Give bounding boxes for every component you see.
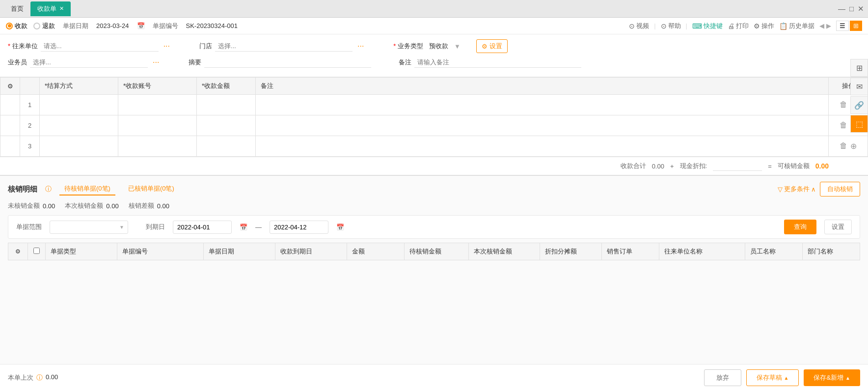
date-separator: — [255, 223, 262, 231]
filter-settings-button[interactable]: 设置 [824, 220, 852, 234]
sidebar-camera-icon[interactable]: ⬚ [850, 115, 868, 133]
bottom-table-header-row: ⚙ 单据类型 单据编号 单据日期 收款到期日 [8, 243, 860, 260]
close-btn[interactable]: ✕ [858, 4, 864, 13]
more-conditions-btn[interactable]: ▽ 更多条件 ∧ [778, 185, 816, 194]
date-from-icon[interactable]: 📅 [240, 223, 247, 231]
row2-delete-icon[interactable]: 🗑 [840, 121, 847, 130]
tab-home[interactable]: 首页 [4, 1, 30, 16]
business-type-chevron[interactable]: ▼ [454, 43, 461, 50]
stat-unverified: 未核销金额 0.00 [8, 201, 55, 210]
detail-view-btn[interactable]: ⊞ [850, 21, 862, 31]
stat-unverified-label: 未核销金额 [8, 201, 40, 210]
operation-btn[interactable]: ⚙ 操作 [754, 22, 774, 30]
minimize-btn[interactable]: — [838, 4, 845, 13]
receipt-radio-dot [6, 23, 13, 29]
history-btn[interactable]: 📋 历史单据 [779, 22, 814, 30]
save-new-button[interactable]: 保存&新增 ▲ [804, 369, 860, 386]
row3-account[interactable] [118, 136, 197, 157]
store-more-btn[interactable]: ··· [355, 42, 366, 51]
save-chevron-icon: ▲ [845, 375, 850, 381]
stat-this-verify-label: 本次核销金额 [65, 201, 103, 210]
row1-delete-icon[interactable]: 🗑 [840, 100, 847, 110]
row3-delete-icon[interactable]: 🗑 [840, 141, 847, 151]
bt-header-this-verify: 本次核销金额 [469, 243, 540, 260]
shortcut-label: 快捷键 [704, 22, 723, 30]
date-from-input[interactable] [173, 221, 232, 234]
video-btn[interactable]: ⊙ 视频 [629, 22, 649, 30]
tab-receipt[interactable]: 收款单 ✕ [30, 1, 71, 16]
date-to-icon[interactable]: 📅 [336, 223, 344, 231]
counterpart-field: 往来单位 ··· [8, 41, 172, 52]
bt-header-checkbox[interactable] [33, 248, 40, 254]
row2-amount[interactable] [197, 115, 256, 136]
help-btn[interactable]: ⊙ 帮助 [661, 22, 681, 30]
verify-tab-done[interactable]: 已核销单据(0笔) [123, 183, 179, 196]
range-select[interactable] [50, 221, 128, 234]
summary-input[interactable] [204, 57, 371, 68]
query-button[interactable]: 查询 [784, 220, 816, 234]
verify-section: 核销明细 ⓘ 待核销单据(0笔) 已核销单据(0笔) ▽ 更多条件 ∧ 自动核销 [0, 175, 868, 364]
bt-header-discount: 折扣分摊额 [540, 243, 602, 260]
settings-button[interactable]: ⚙ 设置 [476, 39, 508, 53]
stat-diff-label: 核销差额 [129, 201, 154, 210]
abandon-button[interactable]: 放弃 [704, 369, 741, 386]
page-stat-info-icon[interactable]: ⓘ [36, 373, 43, 382]
salesperson-input[interactable] [30, 57, 148, 68]
bt-header-number: 单据编号 [117, 243, 203, 260]
sidebar-link-icon[interactable]: 🔗 [850, 96, 868, 114]
row3-remark[interactable] [256, 136, 829, 157]
row1-amount[interactable] [197, 95, 256, 115]
tab-bar: 首页 收款单 ✕ — □ ✕ [0, 0, 868, 18]
table-row: 2 🗑 ⊕ [0, 115, 868, 136]
date-to-input[interactable] [270, 221, 328, 234]
row1-settlement[interactable] [40, 95, 118, 115]
bottom-bar: 本单上次 ⓘ 0.00 放弃 保存草稿 ▲ 保存&新增 ▲ [0, 364, 868, 391]
nav-next-btn[interactable]: ▶ [826, 22, 831, 29]
receipt-radio[interactable]: 收款 [6, 22, 27, 30]
bt-header-settings[interactable]: ⚙ [8, 243, 28, 260]
salesperson-more-btn[interactable]: ··· [151, 58, 161, 67]
stat-this-verify: 本次核销金额 0.00 [65, 201, 118, 210]
help-icon: ⊙ [661, 22, 667, 30]
refund-radio-dot [33, 23, 40, 29]
bt-header-amount: 金额 [347, 243, 404, 260]
settings-gear-icon: ⚙ [482, 43, 488, 50]
row1-account[interactable] [118, 95, 197, 115]
shortcut-btn[interactable]: ⌨ 快捷键 [692, 22, 723, 30]
calendar-icon[interactable]: 📅 [137, 22, 145, 29]
print-btn[interactable]: 🖨 打印 [728, 22, 749, 30]
discount-input[interactable] [713, 161, 762, 171]
verify-tab-pending[interactable]: 待核销单据(0笔) [59, 183, 115, 196]
nav-prev-btn[interactable]: ◀ [819, 22, 824, 29]
row3-copy-icon[interactable]: ⊕ [850, 141, 857, 151]
row2-account[interactable] [118, 115, 197, 136]
date-value[interactable]: 2023-03-24 [96, 22, 129, 29]
number-label: 单据编号 [153, 22, 178, 30]
row1-remark[interactable] [256, 95, 829, 115]
save-draft-button[interactable]: 保存草稿 ▲ [746, 369, 799, 386]
maximize-btn[interactable]: □ [849, 4, 854, 13]
operation-icon: ⚙ [754, 22, 760, 30]
counterpart-input[interactable] [41, 41, 159, 52]
total-value: 0.00 [652, 163, 664, 170]
verify-title: 核销明细 [8, 185, 37, 194]
help-label: 帮助 [668, 22, 681, 30]
refund-radio[interactable]: 退款 [33, 22, 55, 30]
row3-amount[interactable] [197, 136, 256, 157]
row3-settlement[interactable] [40, 136, 118, 157]
verify-actions: ▽ 更多条件 ∧ 自动核销 [778, 182, 860, 196]
sidebar-table-icon[interactable]: ⊞ [850, 59, 868, 77]
counterpart-more-btn[interactable]: ··· [162, 42, 172, 51]
row2-remark[interactable] [256, 115, 829, 136]
store-input[interactable] [215, 41, 353, 52]
table-header-remark: 备注 [256, 78, 829, 95]
notes-input[interactable] [414, 57, 581, 68]
tab-close-icon[interactable]: ✕ [59, 5, 64, 12]
sidebar-email-icon[interactable]: ✉ [850, 78, 868, 95]
table-header-settings[interactable]: ⚙ [0, 78, 20, 95]
row2-settlement[interactable] [40, 115, 118, 136]
list-view-btn[interactable]: ☰ [836, 21, 849, 31]
stat-unverified-value: 0.00 [43, 202, 55, 210]
verify-info-icon[interactable]: ⓘ [45, 185, 52, 194]
auto-verify-btn[interactable]: 自动核销 [820, 182, 860, 196]
